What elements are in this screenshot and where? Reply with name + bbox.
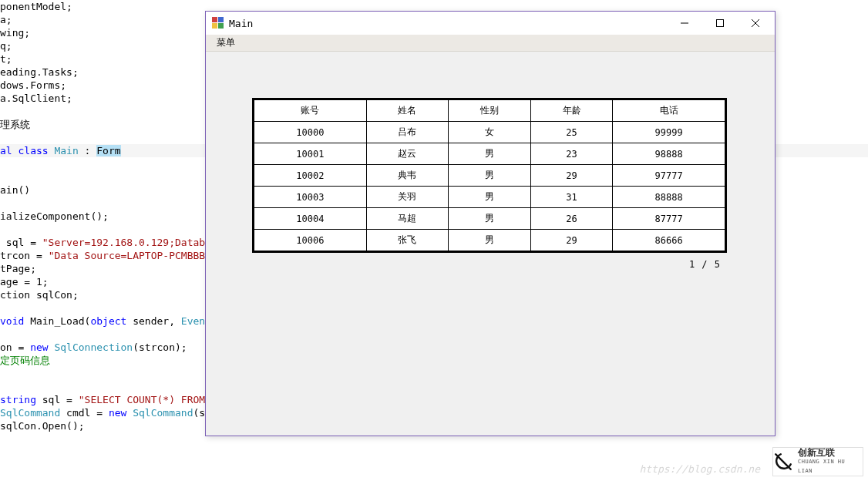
code-line: ponentModel; a; wing; q; t; eading.Tasks…	[0, 1, 79, 130]
cell: 97777	[613, 165, 725, 187]
menu-item-caidan[interactable]: 菜单	[212, 35, 240, 51]
cell: 男	[449, 208, 531, 230]
table-row[interactable]: 10003 关羽 男 31 88888	[254, 187, 725, 208]
brand-logo-zh: 创新互联	[798, 448, 863, 457]
cell: 吕布	[366, 122, 449, 143]
brand-logo: 创新互联 CHUANG XIN HU LIAN	[772, 447, 863, 476]
close-button[interactable]	[738, 12, 773, 35]
minimize-icon	[681, 19, 688, 27]
col-header: 账号	[254, 100, 367, 122]
cell: 男	[449, 230, 531, 251]
cell: 23	[530, 143, 613, 165]
cell: 26	[530, 208, 613, 230]
data-table: 账号 姓名 性别 年龄 电话 10000 吕布 女 25 99999	[254, 99, 725, 251]
cell: 88888	[613, 187, 725, 208]
cell: 10002	[254, 165, 367, 187]
table-row[interactable]: 10001 赵云 男 23 98888	[254, 143, 725, 165]
menu-bar: 菜单	[206, 35, 775, 52]
cell: 99999	[613, 122, 725, 143]
cell: 10004	[254, 208, 367, 230]
table-header-row: 账号 姓名 性别 年龄 电话	[254, 100, 725, 122]
cell: 男	[449, 187, 531, 208]
close-icon	[752, 19, 759, 27]
cell: 29	[530, 165, 613, 187]
cell: 29	[530, 230, 613, 251]
cell: 关羽	[366, 187, 449, 208]
table-row[interactable]: 10004 马超 男 26 87777	[254, 208, 725, 230]
cell: 25	[530, 122, 613, 143]
cell: 10000	[254, 122, 367, 143]
cell: 86666	[613, 230, 725, 251]
cell: 女	[449, 122, 531, 143]
table-body: 10000 吕布 女 25 99999 10001 赵云 男 23 98888	[254, 122, 725, 251]
brand-logo-icon	[773, 452, 793, 472]
svg-rect-1	[717, 20, 724, 27]
cell: 典韦	[366, 165, 449, 187]
data-table-container: 账号 姓名 性别 年龄 电话 10000 吕布 女 25 99999	[252, 98, 727, 270]
maximize-button[interactable]	[702, 12, 738, 35]
window-client-area: 账号 姓名 性别 年龄 电话 10000 吕布 女 25 99999	[206, 52, 775, 436]
minimize-button[interactable]	[667, 12, 702, 35]
table-row[interactable]: 10002 典韦 男 29 97777	[254, 165, 725, 187]
cell: 31	[530, 187, 613, 208]
app-window: Main 菜单 账号 姓名 性别 年龄 电话	[205, 11, 775, 436]
cell: 10001	[254, 143, 367, 165]
col-header: 年龄	[530, 100, 613, 122]
cell: 10006	[254, 230, 367, 251]
cell: 男	[449, 143, 531, 165]
table-row[interactable]: 10000 吕布 女 25 99999	[254, 122, 725, 143]
cell: 98888	[613, 143, 725, 165]
cell: 10003	[254, 187, 367, 208]
window-titlebar[interactable]: Main	[206, 12, 775, 35]
cell: 赵云	[366, 143, 449, 165]
col-header: 电话	[613, 100, 725, 122]
table-row[interactable]: 10006 张飞 男 29 86666	[254, 230, 725, 251]
window-icon	[212, 17, 224, 29]
brand-logo-py: CHUANG XIN HU LIAN	[798, 457, 863, 476]
maximize-icon	[716, 19, 724, 27]
window-title: Main	[229, 18, 667, 29]
pager-text: 1 / 5	[252, 253, 727, 270]
cell: 87777	[613, 208, 725, 230]
cell: 男	[449, 165, 531, 187]
col-header: 姓名	[366, 100, 449, 122]
cell: 马超	[366, 208, 449, 230]
watermark-text: https://blog.csdn.ne	[639, 463, 760, 475]
cell: 张飞	[366, 230, 449, 251]
col-header: 性别	[449, 100, 531, 122]
